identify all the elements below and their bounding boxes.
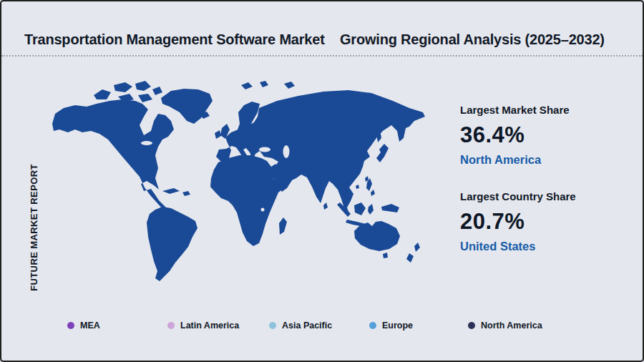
world-map-svg — [48, 69, 438, 302]
legend-label: MEA — [80, 321, 100, 331]
caribbean-islands — [162, 188, 190, 196]
philippines — [366, 178, 375, 196]
continent-south-america — [147, 207, 197, 281]
stat-label: Largest Country Share — [460, 190, 639, 202]
black-sea — [259, 147, 270, 152]
legend-dot-latin-america — [167, 322, 175, 329]
legend-dot-mea — [67, 322, 74, 329]
legend-item-latin-america: Latin America — [167, 321, 239, 331]
legend-dot-asia-pacific — [269, 322, 276, 329]
japan — [376, 129, 389, 162]
world-map — [48, 69, 438, 302]
legend-dot-north-america — [468, 322, 475, 329]
stat-country-share: Largest Country Share 20.7% United State… — [460, 190, 639, 253]
arctic-islands — [94, 81, 162, 102]
continent-africa — [210, 155, 287, 246]
legend-item-mea: MEA — [67, 321, 100, 331]
great-lakes — [141, 141, 152, 145]
svalbard-islands — [241, 81, 295, 89]
stat-value: 20.7% — [460, 209, 639, 235]
stat-label: Largest Market Share — [460, 104, 639, 116]
continent-north-america — [52, 99, 174, 210]
lake-victoria — [261, 208, 265, 212]
madagascar — [279, 217, 287, 235]
dotted-divider — [1, 55, 643, 57]
infographic-frame: Transportation Management Software Marke… — [0, 0, 644, 362]
title-market-name: Transportation Management Software Marke… — [24, 31, 325, 48]
legend-item-asia-pacific: Asia Pacific — [269, 321, 332, 331]
continent-australia — [354, 221, 400, 258]
greenland — [161, 89, 213, 124]
legend-label: Latin America — [180, 321, 239, 331]
brand-vertical-text: FUTURE MARKET REPORT — [29, 164, 39, 291]
legend-label: North America — [481, 321, 542, 331]
page-title: Transportation Management Software Marke… — [1, 31, 643, 50]
stat-value: 36.4% — [460, 122, 639, 148]
title-analysis-range: Growing Regional Analysis (2025–2032) — [340, 31, 605, 48]
stats-panel: Largest Market Share 36.4% North America… — [460, 104, 639, 277]
legend: MEA Latin America Asia Pacific Europe No… — [1, 321, 643, 336]
legend-item-north-america: North America — [468, 321, 542, 331]
legend-item-europe: Europe — [369, 321, 413, 331]
legend-label: Asia Pacific — [282, 321, 332, 331]
caspian-sea — [283, 145, 290, 158]
stat-region: United States — [460, 240, 639, 253]
legend-label: Europe — [382, 321, 413, 331]
stat-region: North America — [460, 153, 639, 167]
legend-dot-europe — [369, 322, 376, 329]
stat-market-share: Largest Market Share 36.4% North America — [460, 104, 639, 167]
new-zealand — [406, 243, 420, 263]
